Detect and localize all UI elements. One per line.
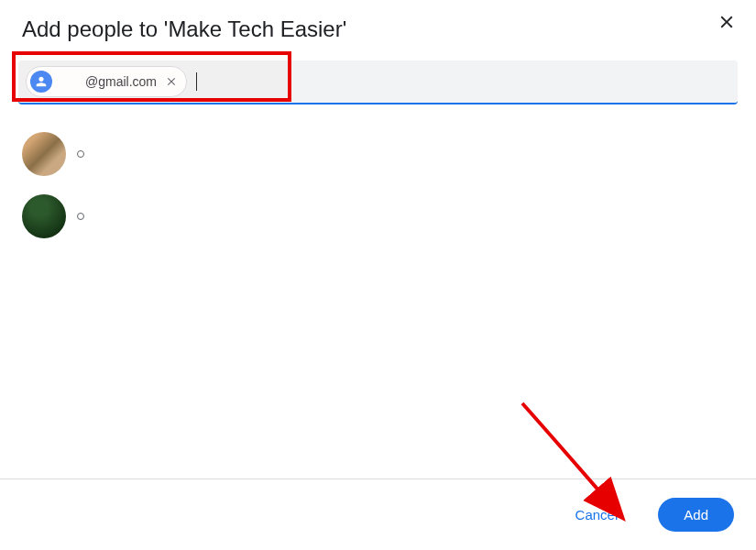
status-indicator bbox=[77, 150, 84, 158]
suggestions-list bbox=[0, 104, 756, 266]
chip-email: @gmail.com bbox=[58, 74, 157, 89]
person-icon bbox=[30, 71, 52, 93]
close-icon bbox=[165, 75, 178, 88]
text-cursor bbox=[196, 72, 197, 91]
close-button[interactable] bbox=[716, 11, 738, 33]
add-people-dialog: Add people to 'Make Tech Easier' @gmail.… bbox=[0, 0, 756, 550]
person-chip[interactable]: @gmail.com bbox=[26, 66, 187, 97]
cancel-button[interactable]: Cancel bbox=[550, 498, 644, 532]
dialog-footer: Cancel Add bbox=[0, 478, 756, 550]
status-indicator bbox=[77, 213, 84, 220]
add-button[interactable]: Add bbox=[658, 498, 734, 532]
avatar bbox=[22, 132, 66, 176]
chip-remove-button[interactable] bbox=[164, 74, 179, 89]
people-input[interactable]: @gmail.com bbox=[18, 60, 738, 104]
suggestion-item[interactable] bbox=[22, 194, 734, 238]
avatar bbox=[22, 194, 66, 238]
close-icon bbox=[717, 12, 737, 32]
input-container: @gmail.com bbox=[0, 60, 756, 104]
dialog-title: Add people to 'Make Tech Easier' bbox=[22, 16, 346, 42]
suggestion-item[interactable] bbox=[22, 132, 734, 176]
dialog-header: Add people to 'Make Tech Easier' bbox=[0, 0, 756, 51]
